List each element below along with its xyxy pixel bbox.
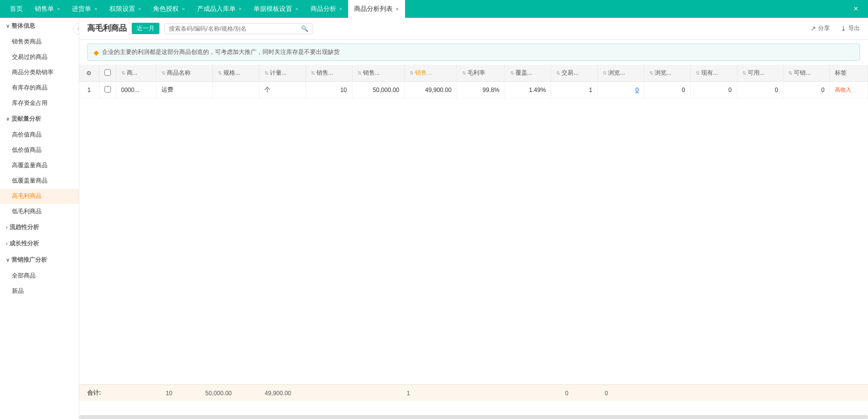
col-header-sales-profit: ⇅销售... xyxy=(405,65,457,82)
footer-spacer5 xyxy=(497,390,537,397)
sort-sellable-icon[interactable]: ⇅ xyxy=(788,70,792,76)
close-purchase-order[interactable]: × xyxy=(94,6,97,12)
sort-transaction-icon[interactable]: ⇅ xyxy=(556,70,560,76)
info-text: 企业的主要的利润都是这部分商品创造的，可考虑加大推广，同时关注库存是不要出现缺货 xyxy=(102,48,340,56)
sort-browse1-icon[interactable]: ⇅ xyxy=(603,70,607,76)
col-header-sales-amount: ⇅销售... xyxy=(352,65,405,82)
share-button[interactable]: ↗ 分享 xyxy=(811,24,830,33)
close-template-settings[interactable]: × xyxy=(295,6,298,12)
sidebar-item-in-stock[interactable]: 有库存的商品 xyxy=(0,80,79,95)
cell-checkbox-0 xyxy=(99,82,116,98)
search-input[interactable] xyxy=(169,25,301,32)
nav-purchase-order[interactable]: 进货单 × xyxy=(66,0,103,18)
sort-spec-icon[interactable]: ⇅ xyxy=(218,70,222,76)
sidebar-group-growth[interactable]: › 成长性分析 xyxy=(0,235,79,252)
sidebar-item-stock-capital[interactable]: 库存资金占用 xyxy=(0,95,79,111)
sort-coverage-icon[interactable]: ⇅ xyxy=(510,70,514,76)
col-header-unit: ⇅计量... xyxy=(259,65,306,82)
footer-sales-qty: 10 xyxy=(121,390,180,397)
close-sales-order[interactable]: × xyxy=(57,6,60,12)
cell-browse1-0[interactable]: 0 xyxy=(598,82,644,98)
col-header-coverage: ⇅覆盖... xyxy=(505,65,551,82)
cell-transaction-0: 1 xyxy=(551,82,598,98)
arrow-flow: › xyxy=(6,225,7,230)
sort-sales-qty-icon[interactable]: ⇅ xyxy=(311,70,315,76)
col-header-code: ⇅商... xyxy=(116,65,156,82)
arrow-contribution: ∨ xyxy=(6,116,9,122)
nav-home[interactable]: 首页 xyxy=(4,0,29,18)
row-checkbox-0[interactable] xyxy=(104,86,111,93)
col-header-gross-rate: ⇅毛利率 xyxy=(457,65,505,82)
close-product-analysis[interactable]: × xyxy=(339,6,342,12)
cell-sales-profit-0: 49,900.00 xyxy=(405,82,457,98)
close-finished-goods[interactable]: × xyxy=(239,6,242,12)
nav-finished-goods[interactable]: 产成品入库单 × xyxy=(191,0,248,18)
sidebar-item-low-coverage[interactable]: 低覆盖量商品 xyxy=(0,173,79,188)
close-window-button[interactable]: × xyxy=(848,4,864,13)
sidebar-item-high-margin[interactable]: 高毛利商品 xyxy=(0,188,79,204)
sort-current-stock-icon[interactable]: ⇅ xyxy=(696,70,700,76)
data-table: ⚙ ⇅商... ⇅商品名称 ⇅规格... xyxy=(79,65,868,98)
settings-icon[interactable]: ⚙ xyxy=(86,70,92,77)
cell-unit-0: 个 xyxy=(259,82,306,98)
nav-permission-settings[interactable]: 权限设置 × xyxy=(103,0,147,18)
select-all-checkbox[interactable] xyxy=(104,69,111,76)
cell-sales-amount-0: 50,000.00 xyxy=(352,82,405,98)
sidebar-group-flow[interactable]: › 流趋性分析 xyxy=(0,219,79,235)
sort-gross-rate-icon[interactable]: ⇅ xyxy=(462,70,466,76)
cell-gross-rate-0: 99.8% xyxy=(457,82,505,98)
sidebar-item-new-goods[interactable]: 新品 xyxy=(0,283,79,299)
col-header-current-stock: ⇅现有... xyxy=(690,65,737,82)
sidebar-item-all-goods[interactable]: 全部商品 xyxy=(0,268,79,283)
nav-product-analysis-list[interactable]: 商品分析列表 × xyxy=(348,0,405,18)
footer-spacer3 xyxy=(418,390,458,397)
sidebar-item-high-coverage[interactable]: 高覆盖量商品 xyxy=(0,158,79,173)
sidebar-item-category-assist[interactable]: 商品分类助销率 xyxy=(0,65,79,80)
nav-role-auth[interactable]: 角色授权 × xyxy=(147,0,191,18)
sidebar-item-low-margin[interactable]: 低毛利商品 xyxy=(0,204,79,219)
footer-spacer2 xyxy=(339,390,378,397)
sort-name-icon[interactable]: ⇅ xyxy=(161,70,165,76)
col-header-spec: ⇅规格... xyxy=(213,65,259,82)
arrow-marketing: ∨ xyxy=(6,257,9,263)
footer-total-row: 合计: 10 50,000.00 49,900.00 1 0 0 xyxy=(79,384,868,401)
cell-code-0: 0000... xyxy=(116,82,156,98)
sort-browse2-icon[interactable]: ⇅ xyxy=(649,70,653,76)
cell-sales-qty-0: 10 xyxy=(306,82,352,98)
cell-available-0: 0 xyxy=(737,82,783,98)
arrow-overall: ∨ xyxy=(6,23,9,29)
col-header-name: ⇅商品名称 xyxy=(156,65,213,82)
export-button[interactable]: ⤓ 导出 xyxy=(841,24,860,33)
cell-coverage-0: 1.49% xyxy=(505,82,551,98)
sidebar-group-overall[interactable]: ∨ 整体信息 xyxy=(0,18,79,34)
nav-template-settings[interactable]: 单据模板设置 × xyxy=(248,0,304,18)
sidebar-item-sales-goods[interactable]: 销售类商品 xyxy=(0,34,79,49)
sidebar-group-contribution[interactable]: ∨ 贡献量分析 xyxy=(0,111,79,127)
cell-sellable-0: 0 xyxy=(783,82,830,98)
footer-values: 10 50,000.00 49,900.00 1 0 0 xyxy=(121,390,616,397)
sort-available-icon[interactable]: ⇅ xyxy=(742,70,746,76)
sort-sales-profit-icon[interactable]: ⇅ xyxy=(409,70,413,76)
sidebar-item-traded-goods[interactable]: 交易过的商品 xyxy=(0,49,79,65)
table-header-row: ⚙ ⇅商... ⇅商品名称 ⇅规格... xyxy=(79,65,868,82)
share-icon: ↗ xyxy=(811,25,816,32)
horizontal-scrollbar[interactable] xyxy=(79,415,868,419)
content-area: 高毛利商品 近一月 🔍 ↗ 分享 ⤓ 导出 ◆ 企业的主要的利润都是这部分商品创… xyxy=(79,18,868,419)
tag-high-income: 高收入 xyxy=(835,87,851,93)
sidebar-group-marketing[interactable]: ∨ 营销推广分析 xyxy=(0,252,79,268)
filter-recent-month-button[interactable]: 近一月 xyxy=(132,23,159,34)
nav-product-analysis[interactable]: 商品分析 × xyxy=(305,0,348,18)
sort-sales-amount-icon[interactable]: ⇅ xyxy=(357,70,361,76)
sidebar-item-high-value[interactable]: 高价值商品 xyxy=(0,127,79,142)
search-box-container: 🔍 xyxy=(164,23,313,34)
close-role-auth[interactable]: × xyxy=(182,6,185,12)
arrow-growth: › xyxy=(6,241,7,246)
sort-unit-icon[interactable]: ⇅ xyxy=(264,70,268,76)
search-icon[interactable]: 🔍 xyxy=(301,25,308,32)
close-product-analysis-list[interactable]: × xyxy=(396,6,399,12)
sort-code-icon[interactable]: ⇅ xyxy=(121,70,125,76)
col-header-browse1: ⇅浏览... xyxy=(598,65,644,82)
sidebar-item-low-value[interactable]: 低价值商品 xyxy=(0,142,79,158)
close-permission-settings[interactable]: × xyxy=(138,6,141,12)
nav-sales-order[interactable]: 销售单 × xyxy=(29,0,66,18)
